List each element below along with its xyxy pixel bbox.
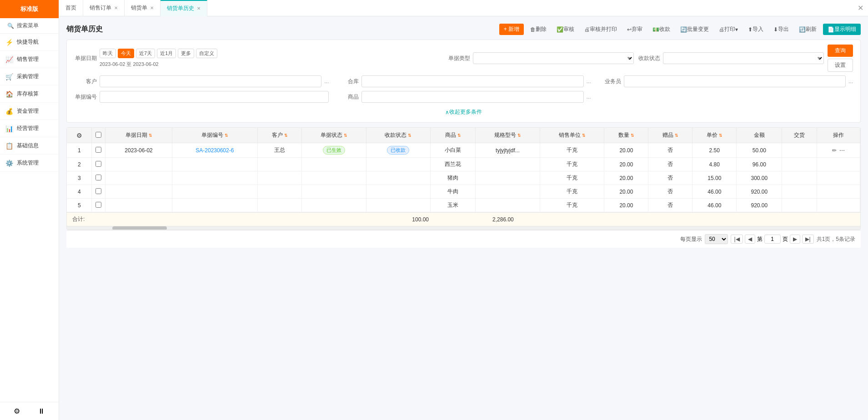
cell-checkbox[interactable] xyxy=(92,158,105,171)
salesperson-picker[interactable]: ... xyxy=(848,78,853,85)
sidebar-item-finance[interactable]: 💰 资金管理 xyxy=(0,103,59,120)
cell-action[interactable]: ✏⋯ xyxy=(817,143,860,158)
shortcut-more[interactable]: 更多 xyxy=(178,49,194,58)
tab-sales-history[interactable]: 销货单历史 ✕ xyxy=(161,0,207,16)
cell-action[interactable] xyxy=(817,199,860,212)
col-qty[interactable]: 数量⇅ xyxy=(604,128,648,143)
close-sales-history-tab[interactable]: ✕ xyxy=(197,6,201,11)
abandon-button[interactable]: ↩ 弃审 xyxy=(623,24,646,35)
export-button[interactable]: ⬇ 导出 xyxy=(770,24,793,35)
refresh-button[interactable]: 🔃 刷新 xyxy=(795,24,820,35)
col-goods[interactable]: 商品⇅ xyxy=(431,128,476,143)
col-spec[interactable]: 规格型号⇅ xyxy=(476,128,540,143)
table-settings-col[interactable]: ⚙ xyxy=(67,128,92,143)
collect-button[interactable]: 💵 收款 xyxy=(649,24,674,35)
row-checkbox[interactable] xyxy=(95,147,101,153)
close-all-tabs[interactable]: ✕ xyxy=(853,4,868,12)
doc-no-input[interactable] xyxy=(100,91,329,103)
settings-button[interactable]: 设置 xyxy=(828,59,853,72)
salesperson-input[interactable] xyxy=(624,75,846,87)
col-gift[interactable]: 赠品⇅ xyxy=(648,128,692,143)
col-unit[interactable]: 销售单位⇅ xyxy=(540,128,604,143)
shortcut-yesterday[interactable]: 昨天 xyxy=(100,49,116,58)
tab-home[interactable]: 首页 xyxy=(59,0,83,16)
row-checkbox[interactable] xyxy=(95,202,101,208)
horizontal-scrollbar[interactable] xyxy=(67,226,860,230)
cell-checkbox[interactable] xyxy=(92,171,105,185)
col-doc-date[interactable]: 单据日期⇅ xyxy=(105,128,172,143)
page-size-select[interactable]: 50 100 xyxy=(705,234,728,244)
audit-button[interactable]: ✅ 审核 xyxy=(553,24,578,35)
goods-picker[interactable]: ... xyxy=(587,94,591,100)
col-doc-status[interactable]: 单据状态⇅ xyxy=(301,128,366,143)
print-button[interactable]: 🖨 打印 ▾ xyxy=(715,24,742,35)
prev-page-btn[interactable]: ◀ xyxy=(745,235,755,244)
audit-print-button[interactable]: 🖨 审核并打印 xyxy=(581,24,621,35)
row-checkbox[interactable] xyxy=(95,161,101,167)
cell-action[interactable] xyxy=(817,158,860,171)
import-button[interactable]: ⬆ 导入 xyxy=(744,24,767,35)
sort-pay-status-icon: ⇅ xyxy=(408,133,411,138)
cell-doc-no[interactable] xyxy=(172,171,257,185)
cell-action[interactable] xyxy=(817,185,860,199)
col-doc-no[interactable]: 单据编号⇅ xyxy=(172,128,257,143)
close-sales-goods-tab[interactable]: ✕ xyxy=(150,5,154,10)
query-button[interactable]: 查询 xyxy=(828,45,853,57)
sidebar-item-sys-mgmt[interactable]: ⚙️ 系统管理 xyxy=(0,155,59,172)
last-page-btn[interactable]: ▶| xyxy=(802,235,814,244)
shortcut-custom[interactable]: 自定义 xyxy=(196,49,217,58)
sidebar-item-base-info[interactable]: 📋 基础信息 xyxy=(0,137,59,155)
tab-sales-order[interactable]: 销售订单 ✕ xyxy=(83,0,125,16)
scroll-thumb[interactable] xyxy=(112,226,167,230)
sidebar-search-btn[interactable]: 🔍 搜索菜单 xyxy=(0,18,59,34)
cell-doc-no[interactable]: SA-20230602-6 xyxy=(172,143,257,158)
col-pay-status[interactable]: 收款状态⇅ xyxy=(366,128,431,143)
delete-button[interactable]: 🗑 删除 xyxy=(527,24,550,35)
sidebar-settings-icon[interactable]: ⚙ xyxy=(14,407,20,415)
page-number-input[interactable] xyxy=(764,235,781,244)
cell-spec xyxy=(476,158,540,171)
collapse-filter-btn[interactable]: ∧ 收起更多条件 xyxy=(74,106,853,118)
select-all-checkbox[interactable] xyxy=(95,132,101,138)
col-unit-price[interactable]: 单价⇅ xyxy=(692,128,737,143)
col-customer[interactable]: 客户⇅ xyxy=(258,128,302,143)
row-checkbox[interactable] xyxy=(95,175,101,180)
show-detail-button[interactable]: 📄 显示明细 xyxy=(823,24,861,35)
tab-sales-goods[interactable]: 销货单 ✕ xyxy=(125,0,161,16)
customer-picker[interactable]: ... xyxy=(324,78,329,85)
sidebar-item-quick-nav[interactable]: ⚡ 快捷导航 xyxy=(0,34,59,51)
cell-action[interactable] xyxy=(817,171,860,185)
shortcut-1month[interactable]: 近1月 xyxy=(157,49,176,58)
close-sales-order-tab[interactable]: ✕ xyxy=(114,5,118,10)
pay-status-select[interactable] xyxy=(663,52,824,64)
page-title: 销货单历史 xyxy=(66,25,103,34)
cell-checkbox[interactable] xyxy=(92,185,105,199)
sidebar-item-ops-mgmt[interactable]: 📊 经营管理 xyxy=(0,120,59,137)
doc-type-select[interactable] xyxy=(473,52,634,64)
shortcut-7days[interactable]: 近7天 xyxy=(136,49,155,58)
batch-change-button[interactable]: 🔄 批量变更 xyxy=(677,24,712,35)
sidebar-item-purchase-mgmt[interactable]: 🛒 采购管理 xyxy=(0,68,59,85)
next-page-btn[interactable]: ▶ xyxy=(790,235,800,244)
edit-action-icon[interactable]: ✏ xyxy=(832,147,837,154)
cell-doc-no[interactable] xyxy=(172,158,257,171)
sort-doc-no-icon: ⇅ xyxy=(225,133,228,138)
warehouse-input[interactable] xyxy=(361,75,583,87)
sidebar-item-inventory[interactable]: 🏠 库存核算 xyxy=(0,85,59,103)
shortcut-today[interactable]: 今天 xyxy=(118,49,134,58)
sidebar-item-sales-mgmt[interactable]: 📈 销售管理 xyxy=(0,51,59,68)
sidebar-collapse-icon[interactable]: ⏸ xyxy=(38,407,45,415)
doc-no-link[interactable]: SA-20230602-6 xyxy=(196,147,234,154)
cell-doc-no[interactable] xyxy=(172,199,257,212)
cell-checkbox[interactable] xyxy=(92,199,105,212)
new-button[interactable]: + 新增 xyxy=(499,24,524,35)
table-row: 2西兰花千克20.00否4.8096.00 xyxy=(67,158,860,171)
goods-input[interactable] xyxy=(361,91,583,103)
cell-doc-no[interactable] xyxy=(172,185,257,199)
cell-checkbox[interactable] xyxy=(92,143,105,158)
first-page-btn[interactable]: |◀ xyxy=(731,235,743,244)
row-checkbox[interactable] xyxy=(95,188,101,194)
more-action-icon[interactable]: ⋯ xyxy=(839,147,845,154)
customer-input[interactable] xyxy=(100,75,321,87)
warehouse-picker[interactable]: ... xyxy=(587,78,591,85)
